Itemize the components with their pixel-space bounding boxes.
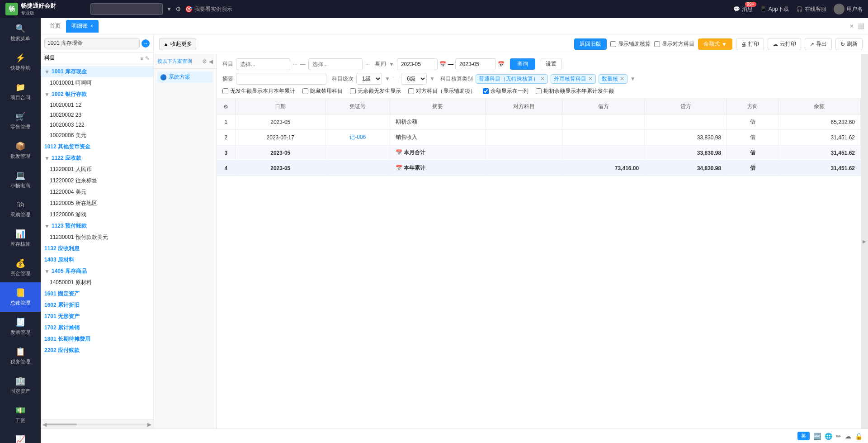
calendar-start-icon[interactable]: 📅 — [439, 61, 446, 67]
check-no-amount[interactable]: 无发生额显示本月本年累计 — [222, 87, 295, 95]
sidebar-item-retail[interactable]: 🛒 零售管理 — [0, 106, 41, 136]
tree-item-1132[interactable]: 1132 应收利息 — [41, 243, 153, 254]
tab-detail[interactable]: 明细账 × — [66, 20, 99, 33]
refresh-button[interactable]: ↻ 刷新 — [835, 38, 863, 50]
scheme-collapse-icon[interactable]: ◀ — [209, 58, 213, 65]
show-opposite-checkbox[interactable] — [654, 41, 660, 47]
tree-item-10020001[interactable]: 10020001 12 — [41, 100, 153, 110]
user-menu[interactable]: 用户名 — [834, 4, 863, 14]
tree-item-10020002[interactable]: 10020002 23 — [41, 110, 153, 120]
tree-item-2202[interactable]: 2202 应付账款 — [41, 345, 153, 356]
return-old-button[interactable]: 返回旧版 — [574, 38, 607, 50]
sidebar-item-search[interactable]: 🔍 搜索菜单 — [0, 18, 41, 48]
cloud-icon[interactable]: ☁ — [845, 433, 851, 440]
voucher-link-2[interactable]: 记-006 — [349, 134, 366, 140]
sidebar-item-assets[interactable]: 🏢 固定资产 — [0, 371, 41, 400]
scroll-left-icon[interactable]: ◀ — [42, 421, 47, 428]
tree-item-1702[interactable]: 1702 累计摊销 — [41, 322, 153, 333]
app-download-button[interactable]: 📱 App下载 — [760, 5, 789, 13]
tree-item-14050001[interactable]: 14050001 原材料 — [41, 277, 153, 288]
sidebar-item-quick[interactable]: ⚡ 快捷导航 — [0, 48, 41, 77]
tree-item-11220002[interactable]: 11220002 往来标签 — [41, 175, 153, 186]
tree-item-1601[interactable]: 1601 固定资产 — [41, 288, 153, 300]
gold-format-button[interactable]: 金额式 ▼ — [698, 38, 732, 50]
account-filter-input[interactable] — [236, 58, 290, 70]
sidebar-item-salary[interactable]: 💵 工资 — [0, 400, 41, 429]
show-aux-checkbox-label[interactable]: 显示辅助核算 — [610, 40, 651, 48]
search-dropdown-icon[interactable]: ▼ — [166, 6, 172, 12]
tree-item-1002[interactable]: ▼ 1002 银行存款 — [41, 89, 153, 100]
right-collapse-handle[interactable]: ▶ — [861, 54, 868, 429]
no-amount-checkbox[interactable] — [222, 88, 228, 94]
tree-item-11220004[interactable]: 11220004 美元 — [41, 186, 153, 198]
sidebar-item-wholesale[interactable]: 📦 批发管理 — [0, 136, 41, 165]
query-button[interactable]: 查询 — [510, 58, 535, 70]
balance-col-checkbox[interactable] — [483, 88, 489, 94]
tree-edit-icon[interactable]: ✎ — [145, 55, 150, 62]
sidebar-item-purchase[interactable]: 🛍 采购管理 — [0, 195, 41, 224]
language-button[interactable]: 英 — [797, 432, 810, 440]
tree-item-1701[interactable]: 1701 无形资产 — [41, 311, 153, 322]
tree-item-1122[interactable]: ▼ 1122 应收款 — [41, 152, 153, 164]
sidebar-item-tax[interactable]: 📋 税务管理 — [0, 341, 41, 371]
tree-item-10020006[interactable]: 10020006 美元 — [41, 130, 153, 141]
cloud-print-button[interactable]: ☁ 云打印 — [768, 38, 801, 50]
window-expand-icon[interactable]: ⬜ — [858, 23, 864, 29]
sidebar-item-accounting[interactable]: 📒 总账管理 — [0, 282, 41, 312]
tree-item-1012[interactable]: 1012 其他货币资金 — [41, 141, 153, 152]
sidebar-item-ecommerce[interactable]: 💻 小畅电商 — [0, 165, 41, 195]
search-box[interactable] — [90, 3, 163, 15]
window-close-icon[interactable]: ✕ — [849, 23, 854, 29]
period-dropdown-icon[interactable]: ▼ — [389, 61, 394, 67]
message-button[interactable]: 💬 消息 99+ — [733, 5, 753, 13]
tree-item-10020003[interactable]: 10020003 122 — [41, 120, 153, 130]
account-more-end-icon[interactable]: ··· — [365, 61, 370, 67]
show-opposite-checkbox-label[interactable]: 显示对方科目 — [654, 40, 694, 48]
tree-item-1602[interactable]: 1602 累计折旧 — [41, 300, 153, 311]
tab-close-icon[interactable]: × — [90, 24, 93, 29]
scheme-settings-icon[interactable]: ⚙ — [202, 58, 207, 65]
show-aux-checkbox[interactable] — [610, 41, 616, 47]
account-more-icon[interactable]: ··· — [293, 61, 297, 67]
col-settings[interactable]: ⚙ — [217, 99, 235, 114]
summary-filter-input[interactable] — [236, 73, 326, 85]
period-end-input[interactable] — [455, 58, 496, 70]
service-button[interactable]: 🎧 在线客服 — [796, 5, 826, 13]
tree-item-11220006[interactable]: 11220006 游戏 — [41, 209, 153, 220]
tree-item-1123[interactable]: ▼ 1123 预付账款 — [41, 220, 153, 232]
tree-item-1405[interactable]: ▼ 1405 库存商品 — [41, 266, 153, 277]
tag-close-foreign[interactable]: ✕ — [588, 76, 593, 82]
tag-close-quantity[interactable]: ✕ — [620, 76, 624, 82]
tree-item-1801[interactable]: 1801 长期待摊费用 — [41, 333, 153, 345]
demo-button[interactable]: 🎯 我要看实例演示 — [185, 5, 232, 13]
hide-disabled-checkbox[interactable] — [302, 88, 308, 94]
sidebar-item-capital[interactable]: 💰 资金管理 — [0, 253, 41, 282]
year-amount-checkbox[interactable] — [536, 88, 542, 94]
tree-item-11220001[interactable]: 11220001 人民币 — [41, 164, 153, 175]
setting-button[interactable]: 设置 — [541, 58, 561, 70]
lock-icon[interactable]: 🔒 — [855, 433, 863, 440]
account-expand-button[interactable]: → — [142, 39, 150, 48]
period-start-input[interactable] — [397, 58, 438, 70]
quantity-dropdown-icon[interactable]: ▼ — [630, 76, 636, 82]
check-balance-col[interactable]: 余额显示在一列 — [483, 87, 528, 95]
translate-icon[interactable]: 🔤 — [813, 433, 821, 440]
check-hide-disabled[interactable]: 隐藏禁用科目 — [302, 87, 343, 95]
settings-icon[interactable]: ⚙ — [175, 5, 181, 13]
edit-icon[interactable]: ✏ — [836, 433, 841, 440]
tree-item-11220005[interactable]: 11220005 所在地区 — [41, 198, 153, 209]
opposite-aux-checkbox[interactable] — [408, 88, 414, 94]
no-balance-checkbox[interactable] — [350, 88, 356, 94]
tree-list-view-icon[interactable]: ≡ — [140, 55, 143, 62]
tag-close-normal[interactable]: ✕ — [540, 76, 545, 82]
tree-item-11230001[interactable]: 11230001 预付款款美元 — [41, 232, 153, 243]
account-filter-input-end[interactable] — [308, 58, 363, 70]
level-from-select[interactable]: 1级 2级 — [356, 73, 382, 85]
scheme-item-system[interactable]: 🔵 系统方案 — [154, 69, 217, 86]
export-button[interactable]: ↗ 导出 — [805, 38, 832, 50]
tab-home[interactable]: 首页 — [44, 20, 66, 33]
print-button[interactable]: 🖨 打印 — [736, 38, 764, 50]
check-year-amount[interactable]: 期初余额显示本年累计发生额 — [536, 87, 614, 95]
calendar-end-icon[interactable]: 📅 — [498, 61, 505, 67]
row-voucher-2[interactable]: 记-006 — [326, 130, 390, 145]
